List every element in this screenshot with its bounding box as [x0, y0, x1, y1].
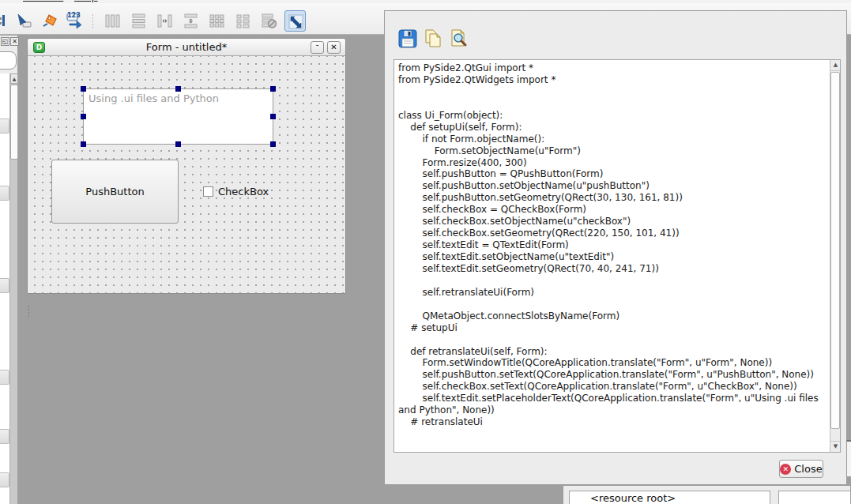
- widget-category-item[interactable]: [0, 118, 9, 134]
- edit-signals-slots-icon: [16, 13, 32, 29]
- code-line: self.pushButton.setGeometry(QRect(30, 13…: [398, 192, 827, 204]
- form-close-button[interactable]: ✕: [327, 41, 341, 54]
- code-line: self.textEdit.setPlaceholderText(QCoreAp…: [398, 393, 827, 404]
- checkbox-widget[interactable]: CheckBox: [201, 175, 281, 208]
- layout-grid-icon[interactable]: [206, 10, 228, 32]
- copy-button[interactable]: [423, 28, 445, 51]
- find-icon: [448, 28, 469, 49]
- code-preview-dialog: from PySide2.QtGui import *from PySide2.…: [384, 10, 847, 485]
- code-line: self.textEdit.setObjectName(u"textEdit"): [398, 251, 827, 263]
- edit-signals-slots-icon[interactable]: [13, 10, 35, 32]
- widget-box-scrollbar[interactable]: ▲: [9, 73, 17, 504]
- edit-buddies-icon[interactable]: [40, 10, 61, 32]
- code-line: self.checkBox = QCheckBox(Form): [398, 204, 827, 216]
- scrollbar-thumb[interactable]: [830, 72, 840, 429]
- selection-handle[interactable]: [270, 141, 276, 147]
- widget-box-close-icon[interactable]: ✕: [10, 37, 19, 46]
- selection-handle[interactable]: [270, 86, 276, 92]
- widget-category-item[interactable]: [0, 278, 9, 293]
- scroll-up-icon[interactable]: ▲: [10, 73, 18, 84]
- code-line: from PySide2.QtWidgets import *: [398, 74, 827, 86]
- copy-icon: [423, 28, 443, 49]
- break-layout-icon[interactable]: [258, 10, 280, 32]
- layout-horizontal-icon[interactable]: [102, 10, 123, 32]
- layout-form-icon[interactable]: [232, 10, 254, 32]
- layout-split-vertical-icon: [183, 13, 199, 29]
- code-line: def retranslateUi(self, Form):: [398, 346, 827, 358]
- widget-category-item[interactable]: [0, 370, 9, 385]
- selection-handle[interactable]: [175, 141, 181, 147]
- widget-box-list[interactable]: ▲: [0, 73, 17, 504]
- code-line: class Ui_Form(object):: [398, 110, 827, 122]
- layout-vertical-icon[interactable]: [128, 10, 149, 32]
- code-line: [398, 86, 827, 98]
- textedit-placeholder: Using .ui files and Python: [88, 92, 219, 104]
- code-line: self.pushButton.setObjectName(u"pushButt…: [398, 180, 827, 192]
- scrollbar-thumb[interactable]: [10, 85, 18, 160]
- code-line: from PySide2.QtGui import *: [398, 62, 827, 74]
- code-line: self.textEdit.setGeometry(QRect(70, 40, …: [398, 263, 827, 275]
- form-minimize-button[interactable]: -: [311, 41, 324, 54]
- break-layout-icon: [261, 13, 277, 29]
- edit-tab-order-icon[interactable]: 123: [64, 10, 85, 32]
- selection-handle[interactable]: [81, 86, 86, 92]
- code-line: Form.setWindowTitle(QCoreApplication.tra…: [398, 357, 827, 369]
- buddy-tag-icon: [42, 13, 58, 29]
- form-canvas[interactable]: Using .ui files and Python PushButton Ch…: [28, 56, 345, 293]
- save-button[interactable]: [397, 28, 420, 51]
- toolbar-separator: [92, 13, 94, 29]
- code-line: self.checkBox.setObjectName(u"checkBox"): [398, 216, 827, 228]
- widget-category-item[interactable]: [0, 472, 9, 487]
- layout-grid-icon: [209, 13, 225, 29]
- widget-box-float-icon[interactable]: ◱: [1, 37, 9, 46]
- save-icon: [397, 28, 418, 49]
- code-line: QMetaObject.connectSlotsByName(Form): [398, 310, 827, 322]
- form-editor-window: D Form - untitled* - ✕ Using .ui files a…: [27, 38, 346, 294]
- resource-root-item[interactable]: <resource root>: [590, 492, 676, 504]
- code-line: [398, 334, 827, 346]
- find-button[interactable]: [448, 28, 470, 51]
- close-x-icon: ✕: [780, 464, 791, 475]
- form-titlebar[interactable]: D Form - untitled* - ✕: [28, 39, 345, 56]
- selection-handle[interactable]: [81, 114, 86, 119]
- layout-form-icon: [235, 13, 251, 29]
- code-line: [398, 98, 827, 110]
- code-line: # setupUi: [398, 322, 827, 334]
- close-button[interactable]: ✕ Close: [779, 460, 823, 478]
- code-line: Form.setObjectName(u"Form"): [398, 145, 827, 157]
- code-line: self.pushButton = QPushButton(Form): [398, 168, 827, 180]
- widget-box-filter-input[interactable]: [0, 51, 17, 70]
- pushbutton-widget[interactable]: PushButton: [51, 160, 179, 224]
- textedit-widget[interactable]: Using .ui files and Python: [83, 88, 273, 145]
- selection-handle[interactable]: [175, 86, 181, 92]
- checkbox-indicator[interactable]: [203, 186, 213, 197]
- code-textarea[interactable]: from PySide2.QtGui import *from PySide2.…: [393, 59, 841, 453]
- selection-handle[interactable]: [270, 114, 276, 119]
- resource-tree[interactable]: <resource root>: [569, 491, 770, 504]
- code-line: and Python", None)): [398, 404, 827, 416]
- scroll-down-icon[interactable]: ▼: [830, 441, 841, 452]
- close-button-label: Close: [794, 463, 822, 475]
- selection-handle[interactable]: [81, 141, 86, 147]
- layout-split-vertical-icon[interactable]: [180, 10, 201, 32]
- code-scrollbar[interactable]: ▲ ▼: [830, 60, 840, 452]
- widget-category-item[interactable]: [0, 429, 9, 444]
- edit-widgets-icon[interactable]: [0, 10, 10, 32]
- code-line: Form.resize(400, 300): [398, 157, 827, 169]
- code-line: [398, 275, 827, 287]
- code-line: self.checkBox.setGeometry(QRect(220, 150…: [398, 228, 827, 239]
- code-content: from PySide2.QtGui import *from PySide2.…: [398, 62, 827, 428]
- splitter-handle[interactable]: [28, 305, 30, 318]
- scroll-up-icon[interactable]: ▲: [830, 60, 841, 71]
- adjust-size-icon: [288, 13, 304, 30]
- code-line: self.pushButton.setText(QCoreApplication…: [398, 369, 827, 381]
- edit-widgets-icon: [0, 13, 8, 29]
- code-line: self.textEdit = QTextEdit(Form): [398, 239, 827, 251]
- checkbox-label: CheckBox: [218, 186, 269, 197]
- layout-horizontal-icon: [104, 13, 121, 29]
- resource-detail-pane[interactable]: [778, 491, 851, 504]
- adjust-size-icon[interactable]: [284, 10, 306, 32]
- widget-category-item[interactable]: [0, 186, 9, 201]
- layout-split-horizontal-icon[interactable]: [154, 10, 175, 32]
- tab-order-arrow-icon: [66, 13, 83, 29]
